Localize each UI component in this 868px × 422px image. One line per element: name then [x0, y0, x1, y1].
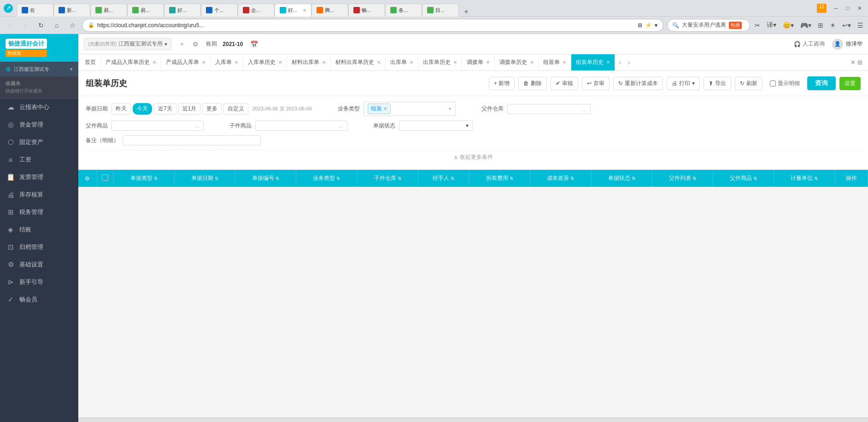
settings-company-btn[interactable]: ⚙ — [191, 39, 200, 50]
browser-tab-3[interactable]: 易... — [90, 4, 127, 17]
browser-tab-5[interactable]: 好... — [164, 4, 201, 17]
col-date[interactable]: 单据日期⇅ — [174, 170, 235, 187]
recalculate-btn[interactable]: ↻ 重新计算成本 — [613, 77, 663, 90]
bookmark-btn[interactable]: ☆ — [66, 19, 78, 31]
tab-close-11[interactable]: ✕ — [563, 60, 566, 65]
browser-tab-1[interactable]: 在 — [17, 4, 53, 17]
tabs-scroll-left[interactable]: ‹ — [615, 59, 624, 66]
tab-close-2[interactable]: ✕ — [202, 60, 205, 65]
col-type[interactable]: 单据类型⇅ — [113, 170, 174, 187]
notes-text-input[interactable] — [127, 137, 257, 144]
tab-close-5[interactable]: ✕ — [322, 60, 326, 65]
tab-inbound[interactable]: 入库单 ✕ — [211, 54, 243, 71]
browser-tab-8-active[interactable]: 好... ✕ — [275, 4, 311, 17]
sidebar-item-basic-settings[interactable]: ⚙ 基础设置 — [0, 256, 78, 273]
browser-tab-10[interactable]: 畅... — [348, 4, 385, 17]
tabs-scroll-right[interactable]: › — [624, 59, 633, 66]
sidebar-item-inventory[interactable]: 🖨 库存核算 — [0, 186, 78, 203]
support-btn[interactable]: 🎧 人工咨询 — [794, 40, 825, 48]
browser-tab-12[interactable]: 目... — [422, 4, 459, 17]
sidebar-item-payroll[interactable]: ≡ 工资 — [0, 151, 78, 168]
search-box[interactable]: 🔍 大量安卓用户逃离 热搜 — [667, 19, 750, 32]
emoji-icon[interactable]: 😊▾ — [782, 21, 795, 30]
tab-close-10[interactable]: ✕ — [530, 60, 534, 65]
browser-tab-6[interactable]: 个... — [201, 4, 238, 17]
maximize-btn[interactable]: □ — [843, 4, 852, 13]
col-parent-goods[interactable]: 父件商品⇅ — [713, 170, 774, 187]
date-custom-btn[interactable]: 自定义 — [223, 103, 248, 115]
tab-options[interactable]: ⊞ — [857, 59, 862, 66]
settings-btn[interactable]: 设置 — [839, 77, 861, 90]
query-btn[interactable]: 查询 — [807, 76, 836, 90]
undo-icon[interactable]: ↩▾ — [841, 21, 852, 30]
tab-home[interactable]: 首页 — [80, 54, 101, 71]
date-today-btn[interactable]: 今天 — [133, 103, 152, 115]
sidebar-item-invoice[interactable]: 📋 发票管理 — [0, 168, 78, 186]
home-btn[interactable]: ⌂ — [51, 19, 63, 31]
menu-icon[interactable]: ☰ — [856, 21, 864, 30]
address-dropdown-icon[interactable]: ▾ — [655, 22, 657, 29]
tab-assembly-history[interactable]: 组装单历史 ✕ — [571, 54, 615, 71]
col-disassembly-fee[interactable]: 拆装费用⇅ — [469, 170, 530, 187]
back-btn[interactable]: ‹ — [4, 19, 16, 31]
filter-parent-wh-input[interactable]: ... — [507, 104, 591, 114]
sidebar-item-fund[interactable]: ◎ 资金管理 — [0, 116, 78, 133]
tab-finished-goods[interactable]: 产成品入库单 ✕ — [161, 54, 211, 71]
filter-biz-type-input[interactable]: 组装 ✕ ▾ — [364, 102, 456, 116]
date-1month-btn[interactable]: 近1月 — [178, 103, 201, 115]
address-url[interactable]: https://cloud.chanjet.com/accounting/uru… — [97, 22, 635, 29]
col-unit[interactable]: 计量单位⇅ — [774, 170, 835, 187]
tab-transfer[interactable]: 调拨单 ✕ — [462, 54, 495, 71]
sidebar-item-checkout[interactable]: ◈ 结账 — [0, 221, 78, 238]
calendar-icon[interactable]: 📅 — [248, 39, 260, 50]
address-extension-icon[interactable]: ⚡ — [645, 22, 652, 29]
translate-icon[interactable]: 译▾ — [766, 20, 777, 30]
col-checkbox[interactable] — [97, 170, 113, 187]
abandon-btn[interactable]: ↩ 弃审 — [582, 77, 610, 90]
game-icon[interactable]: 🎮▾ — [799, 21, 812, 30]
new-btn[interactable]: + 新增 — [489, 77, 515, 90]
collapse-btn[interactable]: ∧ 收起更多条件 — [86, 150, 861, 164]
scissors-icon[interactable]: ✂ — [754, 21, 761, 30]
minimize-btn[interactable]: ─ — [831, 4, 840, 13]
tab-finished-goods-history[interactable]: 产成品入库单历史 ✕ — [101, 54, 161, 71]
parent-goods-text-input[interactable] — [116, 122, 194, 129]
address-qr-icon[interactable]: ⊞ — [638, 22, 642, 29]
display-detail-checkbox[interactable] — [770, 81, 776, 87]
biz-type-tag-close[interactable]: ✕ — [383, 106, 387, 112]
tab-close-12[interactable]: ✕ — [606, 60, 610, 65]
sidebar-company-selector[interactable]: ⊕ 江西服宝测试专 ▾ — [0, 62, 78, 76]
tab-transfer-history[interactable]: 调拨单历史 ✕ — [495, 54, 539, 71]
parent-goods-dots[interactable]: ... — [195, 123, 199, 128]
browser-tab-7[interactable]: 企... — [238, 4, 275, 17]
col-number[interactable]: 单据编号⇅ — [235, 170, 296, 187]
filter-notes-input[interactable] — [123, 135, 261, 145]
reload-btn[interactable]: ↻ — [35, 19, 47, 31]
date-more-btn[interactable]: 更多 — [202, 103, 222, 115]
print-btn[interactable]: 🖨 打印 ▾ — [667, 77, 700, 90]
col-parent-list[interactable]: 父件列表⇅ — [652, 170, 713, 187]
browser-tab-4[interactable]: 易... — [127, 4, 164, 17]
audit-btn[interactable]: ✔ 审核 — [551, 77, 578, 90]
new-tab-btn[interactable]: ＋ — [459, 7, 474, 17]
col-handler[interactable]: 经手人⇅ — [418, 170, 469, 187]
tab-material-outbound-history[interactable]: 材料出库单历史 ✕ — [331, 54, 386, 71]
close-btn[interactable]: ✕ — [855, 4, 864, 13]
tab-close-1[interactable]: ✕ — [152, 60, 156, 65]
horizontal-scrollbar[interactable] — [78, 417, 868, 422]
biz-type-dropdown[interactable]: ▾ — [449, 106, 452, 112]
child-goods-dots[interactable]: ... — [339, 123, 343, 128]
parent-wh-text-input[interactable] — [511, 106, 581, 112]
address-bar[interactable]: 🔒 https://cloud.chanjet.com/accounting/u… — [82, 19, 663, 32]
browser-tab-11[interactable]: 各... — [385, 4, 422, 17]
tab-close-8[interactable]: ✕ — [453, 60, 457, 65]
forward-btn[interactable]: › — [19, 19, 31, 31]
add-company-btn[interactable]: ＋ — [177, 38, 187, 50]
browser-tab-9[interactable]: 腾... — [311, 4, 348, 17]
tab-close-4[interactable]: ✕ — [278, 60, 282, 65]
col-status[interactable]: 单据状态⇅ — [591, 170, 652, 187]
filter-child-goods-input[interactable]: ... — [255, 121, 347, 131]
tab-material-outbound[interactable]: 材料出库单 ✕ — [287, 54, 331, 71]
col-child-wh[interactable]: 子件仓库⇅ — [357, 170, 418, 187]
sidebar-item-tax[interactable]: ⊞ 税务管理 — [0, 203, 78, 221]
